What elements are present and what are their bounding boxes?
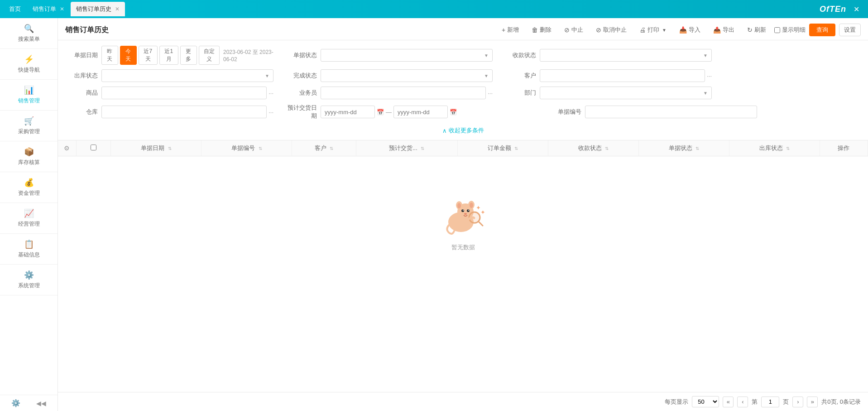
- receipt-status-sort-icon: ⇅: [605, 146, 609, 151]
- th-order-no[interactable]: 单据编号 ⇅: [201, 140, 292, 156]
- sidebar-collapse-icon[interactable]: ◀◀: [36, 400, 46, 407]
- close-tab-sales-order[interactable]: ✕: [60, 6, 64, 12]
- sidebar-item-system-mgmt[interactable]: ⚙️ 系统管理: [0, 265, 58, 295]
- customer-dots-icon[interactable]: ···: [707, 73, 712, 79]
- th-receipt-status[interactable]: 收款状态 ⇅: [548, 140, 638, 156]
- order-no-input[interactable]: [585, 106, 757, 118]
- sidebar-item-operations-mgmt[interactable]: 📈 经营管理: [0, 203, 58, 234]
- out-status-sort-icon: ⇅: [786, 146, 790, 151]
- page-number-input[interactable]: [761, 396, 779, 407]
- stop-button[interactable]: ⊘ 中止: [560, 24, 588, 36]
- sidebar-item-sales-mgmt[interactable]: 📊 销售管理: [0, 80, 58, 111]
- empty-text: 暂无数据: [451, 243, 475, 251]
- salesperson-dots-icon[interactable]: ···: [488, 90, 493, 97]
- calendar-start-icon[interactable]: 📅: [377, 109, 384, 116]
- content-area: 销售订单历史 + 新增 🗑 删除 ⊘ 中止 ⊘ 取消中止: [58, 18, 868, 411]
- display-detail-checkbox[interactable]: 显示明细: [774, 26, 806, 34]
- expected-date-start-input[interactable]: [321, 106, 375, 118]
- page-size-select[interactable]: 50 10 20 100: [692, 396, 719, 407]
- sidebar-bottom: ⚙️ ◀◀: [0, 395, 58, 411]
- out-status-select[interactable]: ▼: [101, 69, 273, 82]
- first-page-button[interactable]: «: [723, 396, 734, 407]
- product-dots-icon[interactable]: ···: [269, 90, 273, 97]
- warehouse-dots-icon[interactable]: ···: [269, 109, 273, 116]
- window-close-button[interactable]: ✕: [850, 3, 863, 15]
- refresh-icon: ↻: [747, 26, 753, 34]
- th-expected-date[interactable]: 预计交货... ⇅: [356, 140, 457, 156]
- main-layout: 🔍 搜索菜单 ⚡ 快捷导航 📊 销售管理 🛒 采购管理 📦 库存核算 💰 资金管…: [0, 18, 868, 411]
- refresh-button[interactable]: ↻ 刷新: [743, 24, 771, 36]
- close-tab-history[interactable]: ✕: [115, 6, 120, 12]
- tab-sales-order-history[interactable]: 销售订单历史 ✕: [71, 2, 125, 16]
- sidebar-label-sales-mgmt: 销售管理: [18, 97, 40, 105]
- settings-button[interactable]: 设置: [839, 24, 861, 36]
- th-out-status[interactable]: 出库状态 ⇅: [729, 140, 820, 156]
- date-today-btn[interactable]: 今天: [120, 46, 137, 65]
- date-yesterday-btn[interactable]: 昨天: [101, 46, 118, 65]
- last-page-button[interactable]: »: [807, 396, 818, 407]
- export-button[interactable]: 📤 导出: [709, 24, 739, 36]
- tab-sales-order[interactable]: 销售订单 ✕: [27, 2, 70, 16]
- sidebar-item-capital-mgmt[interactable]: 💰 资金管理: [0, 172, 58, 203]
- empty-state-illustration: ✦ ✦: [441, 193, 486, 238]
- table-settings-icon[interactable]: ⚙: [64, 145, 70, 152]
- status-select[interactable]: ▼: [321, 49, 493, 62]
- sidebar-item-quick-nav[interactable]: ⚡ 快捷导航: [0, 49, 58, 80]
- brand-name: OfTEn: [820, 5, 846, 14]
- filter-row-3: 商品 ··· 业务员 ··· 部门 ▼: [65, 87, 861, 99]
- expected-date-control: 📅 — 📅: [321, 106, 538, 118]
- import-button[interactable]: 📥 导入: [675, 24, 705, 36]
- query-button[interactable]: 查询: [809, 24, 835, 36]
- search-menu-icon: 🔍: [24, 24, 34, 34]
- salesperson-input[interactable]: [321, 87, 486, 99]
- dept-arrow-icon: ▼: [703, 91, 708, 96]
- collapse-row[interactable]: ∧ 收起更多条件: [65, 125, 861, 135]
- prev-page-button[interactable]: ‹: [737, 396, 748, 407]
- expected-date-end-input[interactable]: [393, 106, 448, 118]
- tab-home[interactable]: 首页: [4, 2, 26, 16]
- date-last7-btn[interactable]: 近7天: [139, 46, 158, 65]
- warehouse-input[interactable]: [101, 106, 267, 118]
- sidebar-label-inventory-check: 库存核算: [18, 159, 40, 166]
- sidebar-item-purchase-mgmt[interactable]: 🛒 采购管理: [0, 111, 58, 141]
- next-page-button[interactable]: ›: [792, 396, 803, 407]
- complete-status-select[interactable]: ▼: [321, 69, 493, 82]
- complete-status-control: ▼: [321, 69, 493, 82]
- page-size-label: 每页显示: [665, 398, 688, 406]
- th-date-label: 单据日期: [141, 145, 164, 151]
- import-icon: 📥: [679, 26, 687, 34]
- customer-input[interactable]: [540, 69, 705, 82]
- delete-button[interactable]: 🗑 删除: [527, 24, 556, 36]
- sidebar-item-search-menu[interactable]: 🔍 搜索菜单: [0, 18, 58, 49]
- system-mgmt-icon: ⚙️: [24, 270, 34, 280]
- data-table: ⚙ 单据日期 ⇅ 单据编号 ⇅: [58, 140, 868, 156]
- sidebar-settings-icon[interactable]: ⚙️: [11, 399, 20, 407]
- th-customer[interactable]: 客户 ⇅: [292, 140, 356, 156]
- print-dropdown-icon: ▼: [662, 28, 667, 33]
- sidebar-item-basic-info[interactable]: 📋 基础信息: [0, 234, 58, 265]
- th-customer-label: 客户: [315, 145, 326, 151]
- date-last1m-btn[interactable]: 近1月: [159, 46, 178, 65]
- product-input[interactable]: [101, 87, 267, 99]
- th-order-status[interactable]: 单据状态 ⇅: [638, 140, 729, 156]
- order-no-control: [585, 106, 757, 118]
- th-receipt-status-label: 收款状态: [578, 145, 602, 151]
- select-all-checkbox[interactable]: [91, 145, 96, 150]
- print-button[interactable]: 🖨 打印 ▼: [635, 24, 671, 36]
- out-status-arrow-icon: ▼: [265, 73, 269, 78]
- dept-select[interactable]: ▼: [540, 87, 712, 99]
- calendar-end-icon[interactable]: 📅: [450, 109, 457, 116]
- svg-point-5: [470, 203, 473, 208]
- receipt-status-select[interactable]: ▼: [540, 49, 712, 62]
- display-detail-input[interactable]: [774, 27, 780, 33]
- date-custom-btn[interactable]: 自定义: [199, 46, 220, 65]
- add-button[interactable]: + 新增: [497, 24, 523, 36]
- sidebar-item-inventory-check[interactable]: 📦 库存核算: [0, 141, 58, 172]
- th-date[interactable]: 单据日期 ⇅: [111, 140, 201, 156]
- th-amount[interactable]: 订单金额 ⇅: [457, 140, 548, 156]
- purchase-mgmt-icon: 🛒: [24, 116, 34, 126]
- basic-info-icon: 📋: [24, 239, 34, 249]
- date-more-btn[interactable]: 更多: [180, 46, 197, 65]
- cancel-stop-button[interactable]: ⊘ 取消中止: [591, 24, 631, 36]
- capital-mgmt-icon: 💰: [24, 178, 34, 188]
